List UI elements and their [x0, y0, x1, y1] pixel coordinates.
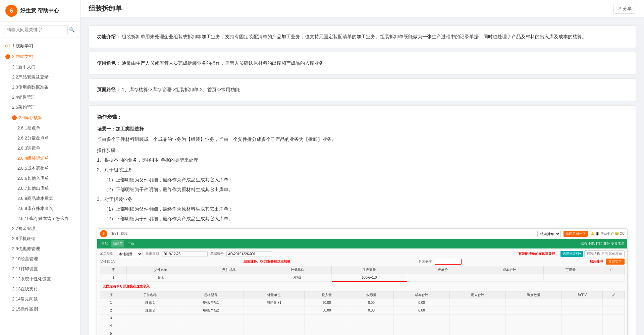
role-label: 使用角色： — [97, 60, 120, 66]
scene1-desc: 当由多个子件材料组装成一个成品的业务为【组装】业务，当由一个父件拆分成多个子产品… — [97, 135, 628, 144]
sidebar: 6 好生意 帮助中心 🔍 + 1.视频学习 − 2.帮助文档 2.1新手入门 2… — [0, 0, 80, 335]
fake-detail-btn[interactable]: 拆装结构 启用 其他实单 — [584, 250, 625, 257]
sidebar-item-stocktake[interactable]: 2.6.1盘点单 — [0, 123, 80, 133]
intro-text: 组装拆卸单用来处理企业组装或拆卸等加工业务，支持有固定装配清单的产品加工业务，也… — [122, 34, 587, 39]
fake-th-cost-total: 成本合计 — [475, 266, 544, 274]
sidebar-item-mobile[interactable]: 2.8手机旺铺 — [0, 234, 80, 244]
fake-lth-process: 加工V — [562, 291, 603, 299]
fake-th-parent-spec: 父件规格 — [195, 266, 263, 274]
fake-new-btn[interactable]: 新建单据一下 — [564, 231, 588, 237]
scene1-steps-title: 操作步骤： — [97, 146, 628, 155]
scene1-step3: 3、对于拆装业务 — [97, 195, 628, 204]
fake-app-nav: 自然 新建单 汇总 结合 删除 打印 其他 更多实单 — [97, 239, 627, 248]
sidebar-item-print[interactable]: 2.11打印设置 — [0, 264, 80, 274]
intro-card: 功能介绍： 组装拆卸单用来处理企业组装或拆卸等加工业务，支持有固定装配清单的产品… — [89, 25, 636, 48]
scene1-step1: 1、根据不同的业务，选择不同单据的类型来处理 — [97, 156, 628, 164]
sidebar-item-faq[interactable]: 2.14常见问题 — [0, 294, 80, 304]
ops-label: 操作步骤： — [97, 112, 628, 121]
nav-tree: + 1.视频学习 − 2.帮助文档 2.1新手入门 2.2产品安装及登录 2.3… — [0, 38, 80, 335]
sidebar-item-docs-label: 2.帮助文档 — [12, 54, 33, 60]
sidebar-item-assembly[interactable]: 2.6.4组装拆卸单 — [0, 153, 80, 163]
sidebar-item-coupon[interactable]: 2.9优惠券管理 — [0, 244, 80, 254]
share-icon: ↗ — [618, 6, 622, 11]
nav-section-video: + 1.视频学习 — [0, 41, 80, 51]
sidebar-item-data-prep[interactable]: 2.3使用前数据准备 — [0, 82, 80, 92]
fake-nav-new[interactable]: 新建单 — [111, 240, 124, 247]
fake-th-unit: 计量单位 — [263, 266, 332, 274]
share-button[interactable]: ↗ 分享 — [613, 4, 636, 14]
sidebar-item-cost-recalc[interactable]: 2.6.8商品成本重算 — [0, 193, 80, 204]
sidebar-item-management[interactable]: 2.10经营管理 — [0, 254, 80, 264]
fake-num-label: 单据编号 — [210, 251, 224, 257]
path-text: 1、库存核算->库存管理->组装拆卸单 2、首页->常用功能 — [122, 87, 240, 92]
sidebar-item-sales[interactable]: 2.4销售管理 — [0, 92, 80, 102]
sidebar-item-payment[interactable]: 2.13在线支付 — [0, 284, 80, 294]
fake-type-label: 加工类型 — [100, 251, 113, 257]
sidebar-item-install[interactable]: 2.2产品安装及登录 — [0, 72, 80, 82]
fake-app-topbar: 6 TEST-H002 组装拆卸 新建单据一下 🔔 📱 帮助中心 😊 CC — [97, 229, 627, 239]
sidebar-item-other-in[interactable]: 2.6.6其他入库单 — [0, 173, 80, 183]
sidebar-item-video[interactable]: + 1.视频学习 — [0, 41, 80, 51]
sidebar-item-inventory-label: 2.6库存核算 — [19, 115, 42, 121]
nav-section-docs: − 2.帮助文档 2.1新手入门 2.2产品安装及登录 2.3使用前数据准备 2… — [0, 51, 80, 314]
scene1-step2: 2、对于组装业务 — [97, 166, 628, 174]
sidebar-item-docs[interactable]: − 2.帮助文档 — [0, 51, 80, 62]
fake-app-icons: 🔔 📱 帮助中心 😊 CC — [590, 231, 625, 237]
sidebar-item-cost-adjust[interactable]: 2.6.5成本调整单 — [0, 163, 80, 173]
sidebar-item-purchase[interactable]: 2.5采购管理 — [0, 102, 80, 112]
role-card: 使用角色： 通常由生产人员或库管人员完成拆装业务的操作，库管人员确认原材料的出库… — [89, 52, 636, 74]
page-title: 组装拆卸单 — [89, 4, 122, 13]
fake-lth-input-qty: 投入量 — [304, 291, 349, 299]
fake-date-label: 单据日期 — [146, 251, 159, 257]
intro-label: 功能介绍： — [97, 34, 120, 39]
fake-lth-remain: 剩余数量 — [506, 291, 562, 299]
sidebar-item-other-out[interactable]: 2.6.7其他出库单 — [0, 183, 80, 193]
logo-text: 好生意 帮助中心 — [20, 7, 59, 14]
sidebar-item-inventory-error[interactable]: 2.6.10库存账本错了怎么办 — [0, 214, 80, 224]
fake-upper-table: 序 父件名称 父件规格 计量单位 生产数量 生产单价 成本合计 可用量 🖊 — [100, 266, 625, 282]
fake-select[interactable]: 组装拆卸 — [537, 231, 561, 237]
sidebar-item-transfer[interactable]: 2.6.3调拨单 — [0, 143, 80, 153]
search-area: 🔍 — [0, 22, 80, 38]
fake-nav-summary[interactable]: 汇总 — [126, 240, 136, 247]
fake-save-btn[interactable]: 立案实单 — [606, 259, 625, 265]
steps-card: 操作步骤： 场景一：加工类型选择 当由多个子件材料组装成一个成品的业务为【组装】… — [89, 105, 636, 335]
search-button[interactable]: 🔍 — [68, 26, 76, 34]
fake-cell — [407, 274, 475, 282]
fake-lower-table: 序 子件名称 规格型号 计量单位 投入量 实际量 成本合计 期末合计 剩余数量 … — [100, 291, 625, 335]
sidebar-item-cases[interactable]: 2.15操作案例 — [0, 304, 80, 314]
fake-warehouse-input[interactable] — [435, 259, 462, 265]
fake-num-input[interactable] — [226, 251, 272, 257]
sidebar-item-inventory-book[interactable]: 2.6.9库存账本查询 — [0, 204, 80, 214]
fake-lth-actual-qty: 实际量 — [349, 291, 393, 299]
fake-logo: 6 — [100, 230, 107, 237]
fake-lth-unit: 计量单位 — [244, 291, 304, 299]
sidebar-item-partial-stocktake[interactable]: 2.6.2分量盘点单 — [0, 133, 80, 143]
role-text: 通常由生产人员或库管人员完成拆装业务的操作，库管人员确认原材料的出库和产成品的入… — [122, 60, 324, 66]
annotation-text-4: ↑ 无固定清单可以直接在这里录入 — [100, 284, 150, 288]
fake-type-select[interactable]: 本地消费 组装 — [116, 251, 143, 257]
fake-nav-home[interactable]: 自然 — [100, 240, 109, 247]
fake-app-id: TEST-H002 — [110, 231, 127, 237]
fake-form-row2: 父件数 1/6 组装业务、拆卸业务在这里切换 拆装仓库 启用处理 立案实单 — [100, 259, 625, 265]
fake-date-input[interactable] — [162, 251, 208, 257]
annotation-text-2: 组装业务、拆卸业务在这里切换 — [244, 259, 290, 265]
sidebar-item-inventory[interactable]: − 2.6库存核算 — [0, 112, 80, 123]
fake-cell — [543, 274, 598, 282]
search-input[interactable] — [4, 25, 68, 34]
fake-cell: 双/双 — [263, 274, 332, 282]
app-screenshot: 6 TEST-H002 组装拆卸 新建单据一下 🔔 📱 帮助中心 😊 CC 自然… — [97, 228, 628, 335]
fake-th-seq: 序 — [100, 266, 127, 274]
fake-cell: 1 — [100, 274, 127, 282]
fake-confirm-btn[interactable]: 选择拆装料▾ — [560, 251, 583, 257]
sidebar-item-settings[interactable]: 2.12系统个性化设置 — [0, 274, 80, 284]
fake-lower-row-5: 5 — [100, 330, 625, 335]
fake-cell-highlighted: 100+/+1.0 — [331, 274, 407, 282]
content-area: 功能介绍： 组装拆卸单用来处理企业组装或拆卸等加工业务，支持有固定装配清单的产品… — [80, 17, 644, 335]
inventory-children: 2.6.1盘点单 2.6.2分量盘点单 2.6.3调拨单 2.6.4组装拆卸单 … — [0, 123, 80, 224]
fake-form-row1: 加工类型 本地消费 组装 单据日期 单据编号 有装配清单的在这里处理 ← — [100, 250, 625, 257]
sidebar-item-newcomer[interactable]: 2.1新手入门 — [0, 62, 80, 72]
sidebar-item-finance[interactable]: 2.7资金管理 — [0, 224, 80, 234]
annotation-text-3: 启用处理 — [590, 259, 603, 265]
path-card: 页面路径： 1、库存核算->库存管理->组装拆卸单 2、首页->常用功能 — [89, 78, 636, 101]
